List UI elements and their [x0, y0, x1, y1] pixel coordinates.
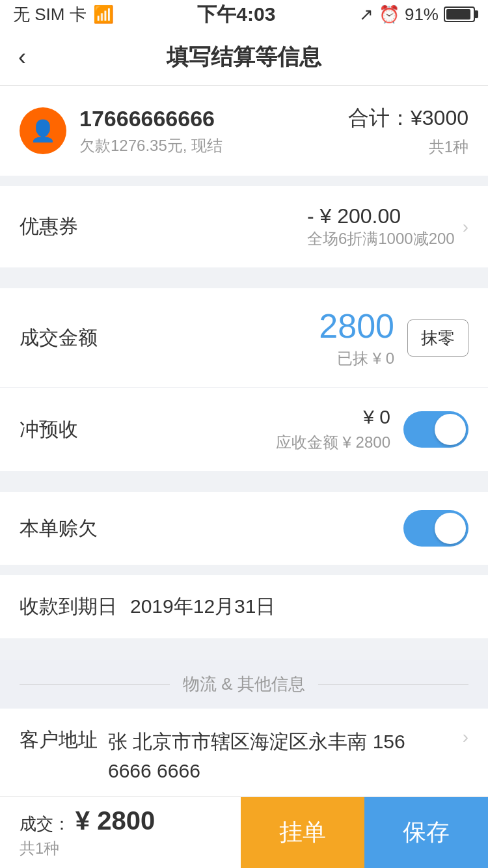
divider-line-left: [20, 684, 170, 685]
toggle-circle: [435, 414, 466, 445]
round-off-button[interactable]: 抹零: [407, 319, 468, 357]
chongyu-sub-amount: ¥ 2800: [343, 433, 390, 451]
back-button[interactable]: ‹: [18, 44, 26, 71]
customer-left: 👤 17666666666 欠款1276.35元, 现结: [20, 106, 223, 156]
pending-button[interactable]: 挂单: [241, 797, 364, 869]
save-button[interactable]: 保存: [364, 797, 488, 869]
battery-text: 91%: [405, 5, 439, 25]
section-separator-1: [0, 278, 488, 288]
location-icon: ↗: [359, 5, 373, 25]
already-rounded: 已抹 ¥ 0: [337, 348, 394, 369]
credit-row: 本单赊欠: [0, 492, 488, 565]
customer-info: 17666666666 欠款1276.35元, 现结: [79, 106, 223, 156]
bottom-bar: 成交： ¥ 2800 共1种 挂单 保存: [0, 796, 488, 868]
credit-section: 本单赊欠: [0, 492, 488, 565]
coupon-discount: - ¥ 200.00: [307, 204, 455, 228]
due-date-row: 收款到期日 2019年12月31日: [0, 575, 488, 639]
due-date-value: 2019年12月31日: [130, 593, 275, 620]
total-value: ¥3000: [411, 106, 468, 129]
nav-bar: ‹ 填写结算等信息: [0, 29, 488, 86]
logistics-divider: 物流 & 其他信息: [0, 660, 488, 709]
content-area: 👤 17666666666 欠款1276.35元, 现结 合计：¥3000 共1…: [0, 86, 488, 868]
credit-label: 本单赊欠: [20, 515, 98, 542]
bottom-summary: 成交： ¥ 2800 共1种: [0, 806, 241, 859]
bottom-transaction-label: 成交：: [20, 814, 70, 834]
transaction-section: 成交金额 2800 已抹 ¥ 0 抹零 冲预收 ¥ 0 应收金额: [0, 288, 488, 471]
chongyu-sub-label: 应收金额: [276, 433, 338, 451]
status-bar: 无 SIM 卡 📶 下午4:03 ↗ ⏰ 91%: [0, 0, 488, 29]
customer-card: 👤 17666666666 欠款1276.35元, 现结 合计：¥3000 共1…: [0, 86, 488, 176]
battery-icon: [444, 7, 475, 22]
chongyu-label: 冲预收: [20, 416, 78, 443]
chongyu-right: ¥ 0 应收金额 ¥ 2800: [276, 406, 468, 453]
divider-line-right: [318, 684, 468, 685]
transaction-amount: 2800: [319, 306, 394, 346]
coupon-desc: 全场6折满1000减200: [307, 228, 455, 249]
wifi-icon: 📶: [93, 5, 114, 25]
bottom-count: 共1种: [20, 838, 221, 859]
logistics-label: 物流 & 其他信息: [183, 673, 305, 696]
page-title: 填写结算等信息: [167, 42, 321, 72]
transaction-right: 2800 已抹 ¥ 0 抹零: [319, 306, 468, 369]
coupon-right: - ¥ 200.00 全场6折满1000减200 ›: [307, 204, 468, 249]
section-separator-3: [0, 649, 488, 660]
due-date-label: 收款到期日: [20, 593, 117, 620]
total-amount: 合计：¥3000: [348, 104, 468, 133]
carrier-text: 无 SIM 卡: [13, 3, 87, 26]
bottom-transaction-line: 成交： ¥ 2800: [20, 806, 221, 835]
transaction-label: 成交金额: [20, 325, 98, 351]
customer-debt: 欠款1276.35元, 现结: [79, 135, 223, 156]
chongyu-sub: 应收金额 ¥ 2800: [276, 432, 390, 453]
status-left: 无 SIM 卡 📶: [13, 3, 114, 26]
credit-right: [403, 510, 468, 547]
section-separator-2: [0, 481, 488, 492]
bottom-transaction-amount: ¥ 2800: [75, 806, 155, 835]
alarm-icon: ⏰: [379, 5, 400, 25]
avatar: 👤: [20, 107, 66, 154]
address-label: 客户地址: [20, 727, 98, 753]
coupon-label: 优惠券: [20, 213, 78, 240]
customer-phone: 17666666666: [79, 106, 223, 131]
credit-toggle[interactable]: [403, 510, 468, 547]
chongyu-row: 冲预收 ¥ 0 应收金额 ¥ 2800: [0, 388, 488, 471]
coupon-chevron-icon: ›: [463, 217, 468, 237]
address-chevron-icon: ›: [463, 727, 468, 748]
address-value: 张 北京市市辖区海淀区永丰南 156 6666 6666: [108, 727, 452, 785]
amount-col: 2800 已抹 ¥ 0: [319, 306, 394, 369]
total-count: 共1种: [348, 137, 468, 157]
total-label: 合计：: [348, 106, 411, 129]
coupon-info: - ¥ 200.00 全场6折满1000减200: [307, 204, 455, 249]
credit-toggle-circle: [435, 513, 466, 544]
coupon-row[interactable]: 优惠券 - ¥ 200.00 全场6折满1000减200 ›: [0, 186, 488, 267]
already-rounded-value: ¥ 0: [373, 349, 394, 367]
address-row[interactable]: 客户地址 张 北京市市辖区海淀区永丰南 156 6666 6666 ›: [0, 709, 488, 804]
chongyu-amount: ¥ 0: [363, 406, 390, 428]
chongyu-toggle[interactable]: [403, 411, 468, 448]
already-rounded-label: 已抹: [337, 349, 368, 367]
status-right: ↗ ⏰ 91%: [359, 5, 475, 25]
chongyu-col: ¥ 0 应收金额 ¥ 2800: [276, 406, 390, 453]
status-time: 下午4:03: [197, 1, 275, 28]
transaction-row: 成交金额 2800 已抹 ¥ 0 抹零: [0, 288, 488, 388]
customer-total: 合计：¥3000 共1种: [348, 104, 468, 157]
